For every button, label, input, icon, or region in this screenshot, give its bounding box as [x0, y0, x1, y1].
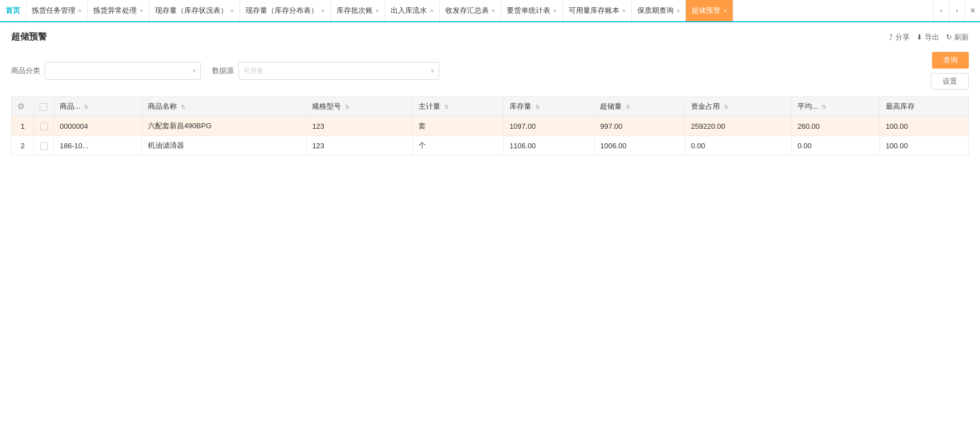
sort-overstock-icon[interactable]: ⇅	[626, 104, 630, 110]
nav-tab-5[interactable]: 出入库流水 ×	[385, 0, 439, 22]
row-spec-1: 123	[306, 136, 413, 156]
nav-tab-2[interactable]: 现存量（库存状况表） ×	[150, 0, 240, 22]
row-avg-1: 0.00	[792, 136, 880, 156]
col-stock: 库存量 ⇅	[503, 97, 594, 117]
table-row: 2 186-10... 机油滤清器 123 个 1106.00 1006.00 …	[12, 136, 969, 156]
nav-tab-label-2: 现存量（库存状况表）	[155, 6, 228, 16]
datasource-label: 数据源	[212, 66, 234, 76]
nav-tab-close-1[interactable]: ×	[140, 7, 143, 14]
share-label: 分享	[895, 32, 910, 42]
nav-tab-3[interactable]: 现存量（库存分布表） ×	[240, 0, 330, 22]
nav-tab-label-4: 库存批次账	[337, 6, 373, 16]
export-icon: ⬇	[916, 33, 923, 41]
nav-tab-0[interactable]: 拣货任务管理 ×	[26, 0, 88, 22]
nav-tab-close-10[interactable]: ×	[723, 7, 727, 14]
nav-arrows: ‹ › ✕	[933, 0, 980, 22]
nav-tab-close-9[interactable]: ×	[676, 7, 680, 14]
nav-prev-button[interactable]: ‹	[933, 0, 949, 22]
nav-tab-close-3[interactable]: ×	[321, 7, 324, 14]
row-max-stock-1: 100.00	[880, 136, 968, 156]
export-button[interactable]: ⬇ 导出	[916, 32, 939, 42]
col-product-code: 商品... ⇅	[54, 97, 142, 117]
nav-tab-4[interactable]: 库存批次账 ×	[331, 0, 385, 22]
settings-button[interactable]: 设置	[931, 73, 969, 90]
sort-capital-icon[interactable]: ⇅	[724, 104, 728, 110]
nav-tab-label-7: 要货单统计表	[507, 6, 550, 16]
sort-avg-icon[interactable]: ⇅	[822, 104, 826, 110]
filter-datasource: 数据源 可用量 ▾	[212, 62, 439, 80]
header-actions: ⤴ 分享 ⬇ 导出 ↻ 刷新	[889, 32, 969, 42]
nav-tab-8[interactable]: 可用量库存账本 ×	[563, 0, 632, 22]
row-product-code-1: 186-10...	[54, 136, 142, 156]
row-avg-0: 260.00	[792, 117, 880, 136]
row-stock-0: 1097.00	[503, 117, 594, 136]
refresh-button[interactable]: ↻ 刷新	[946, 32, 969, 42]
col-avg: 平均... ⇅	[792, 97, 880, 117]
share-icon: ⤴	[889, 33, 893, 41]
col-unit: 主计量 ⇅	[413, 97, 504, 117]
refresh-label: 刷新	[954, 32, 969, 42]
sort-unit-icon[interactable]: ⇅	[444, 104, 449, 110]
row-overstock-0: 997.00	[594, 117, 685, 136]
row-num-1: 2	[12, 136, 34, 156]
row-num-0: 1	[12, 117, 34, 136]
table-header-row: 商品... ⇅ 商品名称 ⇅ 规格型号 ⇅ 主计量 ⇅ 库存量 ⇅	[12, 97, 969, 117]
row-spec-0: 123	[306, 117, 413, 136]
datasource-select[interactable]: 可用量 ▾	[238, 62, 439, 80]
row-checkbox-input-0[interactable]	[40, 123, 48, 130]
nav-next-button[interactable]: ›	[949, 0, 964, 22]
gear-icon[interactable]	[17, 103, 25, 111]
col-product-name: 商品名称 ⇅	[142, 97, 306, 117]
col-capital: 资金占用 ⇅	[685, 97, 792, 117]
nav-tab-close-0[interactable]: ×	[78, 7, 81, 14]
row-stock-1: 1106.00	[503, 136, 594, 156]
row-capital-1: 0.00	[685, 136, 792, 156]
nav-tab-7[interactable]: 要货单统计表 ×	[501, 0, 563, 22]
data-table: 商品... ⇅ 商品名称 ⇅ 规格型号 ⇅ 主计量 ⇅ 库存量 ⇅	[11, 96, 969, 156]
category-label: 商品分类	[11, 66, 40, 76]
nav-tab-6[interactable]: 收发存汇总表 ×	[440, 0, 501, 22]
row-max-stock-0: 100.00	[880, 117, 968, 136]
nav-tab-close-4[interactable]: ×	[376, 7, 379, 14]
nav-home[interactable]: 首页	[0, 0, 26, 22]
nav-tab-label-9: 保质期查询	[637, 6, 674, 16]
row-product-code-0: 0000004	[54, 117, 142, 136]
nav-tab-close-2[interactable]: ×	[230, 7, 234, 14]
row-checkbox-1	[34, 136, 54, 156]
row-product-name-1: 机油滤清器	[142, 136, 306, 156]
nav-tab-label-0: 拣货任务管理	[32, 6, 75, 16]
row-checkbox-input-1[interactable]	[40, 142, 48, 150]
nav-tab-9[interactable]: 保质期查询 ×	[632, 0, 686, 22]
row-unit-0: 套	[413, 117, 504, 136]
query-button[interactable]: 查询	[932, 52, 969, 69]
col-checkbox	[34, 97, 54, 117]
nav-tab-10[interactable]: 超储预警 ×	[686, 0, 733, 22]
nav-home-label: 首页	[6, 6, 20, 16]
header-checkbox[interactable]	[40, 103, 47, 111]
refresh-icon: ↻	[946, 33, 952, 41]
sort-product-name-icon[interactable]: ⇅	[181, 104, 185, 110]
nav-close-button[interactable]: ✕	[964, 0, 980, 22]
row-checkbox-0	[34, 117, 54, 136]
filter-category: 商品分类 ▾	[11, 62, 201, 80]
nav-tab-close-5[interactable]: ×	[430, 7, 433, 14]
row-overstock-1: 1006.00	[594, 136, 685, 156]
share-button[interactable]: ⤴ 分享	[889, 32, 910, 42]
row-unit-1: 个	[413, 136, 504, 156]
sort-product-code-icon[interactable]: ⇅	[84, 104, 88, 110]
category-dropdown-icon: ▾	[193, 67, 196, 75]
top-navigation: 首页 拣货任务管理 × 拣货异常处理 × 现存量（库存状况表） × 现存量（库存…	[0, 0, 980, 22]
nav-tab-label-5: 出入库流水	[391, 6, 427, 16]
nav-tab-close-7[interactable]: ×	[553, 7, 556, 14]
datasource-value: 可用量	[243, 66, 263, 76]
nav-tab-label-3: 现存量（库存分布表）	[246, 6, 318, 16]
category-select[interactable]: ▾	[45, 62, 201, 80]
nav-tab-label-8: 可用量库存账本	[569, 6, 619, 16]
nav-tab-label-6: 收发存汇总表	[445, 6, 489, 16]
nav-tab-close-8[interactable]: ×	[622, 7, 626, 14]
sort-spec-icon[interactable]: ⇅	[345, 104, 349, 110]
nav-tab-close-6[interactable]: ×	[492, 7, 495, 14]
nav-tab-1[interactable]: 拣货异常处理 ×	[88, 0, 149, 22]
page-header: 超储预警 ⤴ 分享 ⬇ 导出 ↻ 刷新	[11, 31, 969, 43]
sort-stock-icon[interactable]: ⇅	[535, 104, 540, 110]
